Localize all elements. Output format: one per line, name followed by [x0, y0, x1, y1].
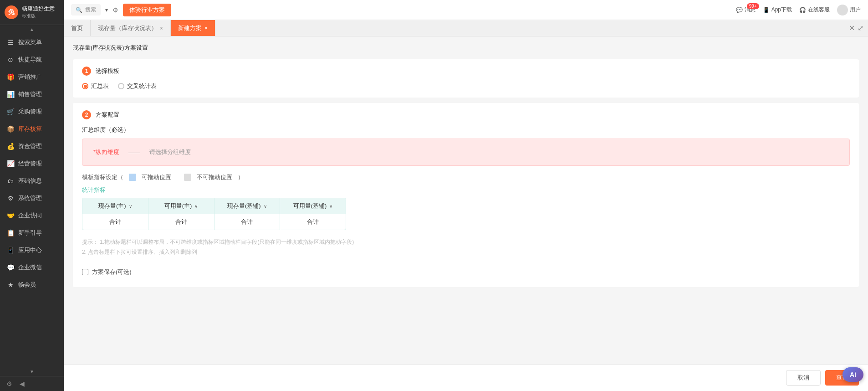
- search-icon: 🔍: [76, 7, 82, 13]
- content-area: 现存量(库存状况表)方案设置 1 选择模板 汇总表 交叉统计表 2: [64, 36, 868, 364]
- experience-button[interactable]: 体验行业方案: [123, 4, 171, 16]
- section-template: 1 选择模板 汇总表 交叉统计表: [73, 59, 859, 98]
- template-summary[interactable]: 汇总表: [82, 82, 109, 90]
- stats-col-4[interactable]: 可用量(基辅) ∨: [280, 198, 346, 214]
- sidebar-scroll-down[interactable]: ▼: [0, 367, 64, 376]
- topbar-search[interactable]: 🔍 搜索: [71, 4, 101, 15]
- stats-col-2[interactable]: 可用量(主) ∨: [148, 198, 214, 214]
- basic-info-icon: 🗂: [6, 177, 15, 185]
- section-config-title: 方案配置: [96, 111, 119, 119]
- radio-summary[interactable]: [82, 83, 88, 89]
- search-menu-icon: ☰: [6, 38, 15, 46]
- purchase-icon: 🛒: [6, 108, 15, 116]
- sidebar-item-finance[interactable]: 💰 资金管理: [0, 138, 64, 155]
- sidebar-item-label: 搜索菜单: [18, 38, 42, 46]
- indicator-settings: 模板指标设定（ 可拖动位置 不可拖动位置 ）: [82, 173, 850, 181]
- sidebar-item-collab[interactable]: 🤝 企业协同: [0, 207, 64, 224]
- radio-cross[interactable]: [118, 83, 124, 89]
- sidebar-item-appstore[interactable]: 📱 应用中心: [0, 242, 64, 259]
- template-summary-label: 汇总表: [91, 82, 109, 90]
- stats-col-4-chevron[interactable]: ∨: [329, 204, 332, 209]
- collab-icon: 🤝: [6, 211, 15, 220]
- sidebar-item-member[interactable]: ★ 畅会员: [0, 276, 64, 293]
- settings-icon[interactable]: ⚙: [6, 380, 12, 387]
- stats-col-2-chevron[interactable]: ∨: [194, 204, 198, 209]
- dropdown-icon[interactable]: ▾: [105, 7, 108, 13]
- sidebar-item-inventory[interactable]: 📦 库存核算: [0, 120, 64, 138]
- tab-inventory-status[interactable]: 现存量（库存状况表） ×: [91, 20, 171, 36]
- sidebar-item-label: 采购管理: [18, 108, 42, 116]
- stats-col-3-chevron[interactable]: ∨: [264, 204, 267, 209]
- dimension-separator: ——: [128, 149, 140, 156]
- template-cross[interactable]: 交叉统计表: [118, 82, 157, 90]
- save-checkbox[interactable]: [82, 269, 88, 275]
- sidebar: 兔 畅康通好生意 标准版 ▲ ☰ 搜索菜单 ⊙ 快捷导航 🎁 营销推广 📊 销售…: [0, 0, 64, 391]
- section-num-2: 2: [82, 110, 91, 119]
- guide-icon: 📋: [6, 229, 15, 237]
- stats-col-3[interactable]: 现存量(基辅) ∨: [214, 198, 281, 214]
- message-button[interactable]: 💬 消息 99+: [736, 6, 756, 14]
- cancel-button[interactable]: 取消: [786, 370, 821, 386]
- dimension-required-label: 汇总维度（必选）: [82, 126, 850, 134]
- sidebar-item-label: 库存核算: [18, 125, 42, 133]
- user-menu[interactable]: 用户: [837, 5, 861, 15]
- collapse-icon[interactable]: ◀: [20, 380, 25, 387]
- dimension-area[interactable]: *纵向维度 —— 请选择分组维度: [82, 139, 850, 166]
- tab-home[interactable]: 首页: [64, 20, 91, 36]
- operations-icon: 📈: [6, 159, 15, 168]
- stats-col-1-label: 现存量(主): [98, 202, 126, 210]
- section-template-title: 选择模板: [96, 67, 119, 75]
- sidebar-item-search[interactable]: ☰ 搜索菜单: [0, 34, 64, 51]
- app-download-button[interactable]: 📱 App下载: [763, 6, 792, 14]
- tab-new-plan-close[interactable]: ×: [204, 25, 208, 31]
- draggable-badge: [129, 174, 136, 181]
- tab-inventory-close[interactable]: ×: [160, 25, 163, 31]
- tabs-actions: ✕ ⤢: [849, 24, 868, 32]
- topbar: 🔍 搜索 ▾ ⚙ 体验行业方案 💬 消息 99+ 📱 App下载 🎧 在线客服 …: [64, 0, 868, 20]
- section-num-1: 1: [82, 67, 91, 76]
- section-config-header: 2 方案配置: [82, 110, 850, 119]
- gear-icon[interactable]: ⚙: [112, 6, 118, 14]
- service-label: 在线客服: [808, 6, 830, 14]
- service-button[interactable]: 🎧 在线客服: [799, 6, 830, 14]
- not-draggable-badge: [184, 174, 191, 181]
- sidebar-scroll-up[interactable]: ▲: [0, 25, 64, 34]
- message-icon: 💬: [736, 7, 743, 13]
- stats-cell-3: 合计: [214, 214, 281, 230]
- stats-col-1[interactable]: 现存量(主) ∨: [82, 198, 148, 214]
- weixin-icon: 💬: [6, 263, 15, 272]
- save-label: 方案保存(可选): [92, 268, 132, 276]
- stats-cell-4: 合计: [280, 214, 346, 230]
- sidebar-item-marketing[interactable]: 🎁 营销推广: [0, 68, 64, 86]
- tabs-expand-icon[interactable]: ⤢: [858, 24, 863, 32]
- sidebar-item-weixin[interactable]: 💬 企业微信: [0, 259, 64, 276]
- section-config: 2 方案配置 汇总维度（必选） *纵向维度 —— 请选择分组维度 模板指标设定（…: [73, 103, 859, 287]
- save-section: 方案保存(可选): [82, 264, 850, 280]
- tips-section: 提示： 1.拖动标题栏可以调整布局，不可跨维度或指标区域拖动栏目字段(只能在同一…: [82, 237, 850, 257]
- sidebar-item-basic-info[interactable]: 🗂 基础信息: [0, 172, 64, 190]
- avatar: [837, 5, 848, 15]
- footer: 取消 查询: [64, 364, 868, 391]
- tab-new-plan[interactable]: 新建方案 ×: [171, 20, 215, 36]
- sidebar-item-operations[interactable]: 📈 经营管理: [0, 155, 64, 172]
- draggable-label: 可拖动位置: [142, 173, 171, 181]
- sidebar-item-quicknav[interactable]: ⊙ 快捷导航: [0, 51, 64, 68]
- stats-col-1-chevron[interactable]: ∨: [129, 204, 132, 209]
- stats-header: 现存量(主) ∨ 可用量(主) ∨ 现存量(基辅) ∨ 可用量(基辅): [82, 198, 346, 214]
- sidebar-item-label: 资金管理: [18, 142, 42, 150]
- tip-1: 提示： 1.拖动标题栏可以调整布局，不可跨维度或指标区域拖动栏目字段(只能在同一…: [82, 237, 850, 247]
- sidebar-item-purchase[interactable]: 🛒 采购管理: [0, 103, 64, 120]
- logo-sub: 标准版: [22, 13, 55, 19]
- sidebar-item-sales[interactable]: 📊 销售管理: [0, 86, 64, 103]
- app-label: App下载: [771, 6, 792, 14]
- sidebar-item-system[interactable]: ⚙ 系统管理: [0, 190, 64, 207]
- tabs-bar: 首页 现存量（库存状况表） × 新建方案 × ✕ ⤢: [64, 20, 868, 36]
- sidebar-item-guide[interactable]: 📋 新手引导: [0, 224, 64, 242]
- sidebar-item-label: 畅会员: [18, 281, 36, 289]
- tabs-close-all-icon[interactable]: ✕: [849, 24, 855, 32]
- sidebar-item-label: 企业微信: [18, 263, 42, 272]
- ai-fab-button[interactable]: Ai: [842, 367, 863, 382]
- headset-icon: 🎧: [799, 7, 806, 13]
- user-name: 用户: [850, 6, 861, 14]
- stats-title: 统计指标: [82, 186, 850, 194]
